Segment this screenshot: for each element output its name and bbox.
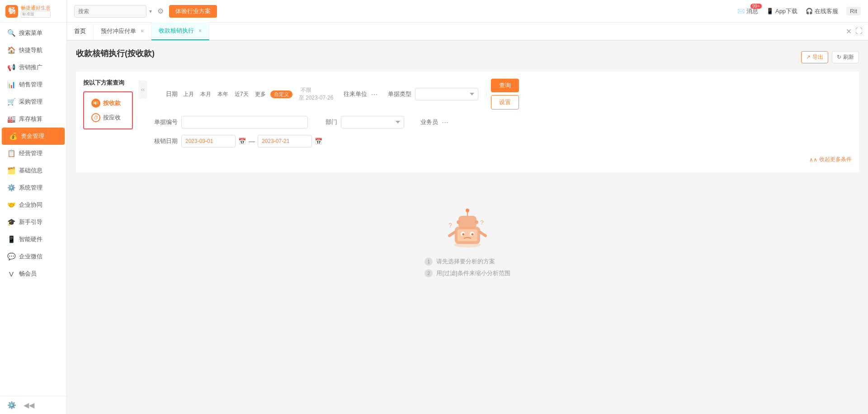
salesperson-input[interactable]: ···	[442, 118, 448, 127]
svg-rect-2	[458, 229, 477, 241]
settings-bottom-icon[interactable]: ⚙️	[7, 401, 16, 409]
writeoff-end-input[interactable]	[258, 135, 312, 148]
sidebar-item-inventory[interactable]: 🏭 库存核算	[0, 110, 66, 128]
filter-option-by-receivable[interactable]: ⏱ 按应收	[88, 110, 128, 125]
date-btn-more[interactable]: 更多	[253, 90, 268, 99]
bill-no-input[interactable]	[181, 116, 308, 128]
dept-select[interactable]	[341, 116, 404, 128]
basic-icon: 🗂️	[7, 167, 15, 175]
settings-button[interactable]: 设置	[491, 95, 519, 109]
sidebar-item-search[interactable]: 🔍 搜索菜单	[0, 24, 66, 42]
purchase-icon: 🛒	[7, 98, 15, 106]
counterparty-input[interactable]: ···	[371, 90, 377, 99]
sidebar-item-cooperation[interactable]: 🤝 企业协同	[0, 196, 66, 214]
sidebar: 畅 畅捷通好生意 标准版 🔍 搜索菜单 🏠 快捷导航 📢 营销推广 📊 销售管理…	[0, 0, 67, 414]
sidebar-item-wechat[interactable]: 💬 企业微信	[0, 248, 66, 265]
member-icon: V	[7, 270, 15, 278]
topbar-user[interactable]: Rit	[846, 7, 861, 15]
svg-point-6	[472, 233, 474, 236]
filter-sidebar-title: 按以下方案查询	[83, 79, 133, 87]
collapse-sidebar-icon[interactable]: ◀◀	[24, 401, 34, 409]
topbar-search-input[interactable]	[74, 5, 146, 18]
inventory-icon: 🏭	[7, 115, 15, 123]
sidebar-item-purchase-label: 采购管理	[19, 98, 42, 106]
sidebar-item-marketing[interactable]: 📢 营销推广	[0, 59, 66, 76]
service-label: 在线客服	[815, 7, 838, 15]
topbar-chevron-icon[interactable]: ▾	[149, 8, 152, 14]
tab-receipts-close[interactable]: ×	[198, 28, 202, 34]
date-btn-this-year[interactable]: 本年	[216, 90, 230, 99]
topbar-app-download[interactable]: 📱 App下载	[766, 7, 797, 15]
writeoff-date-label: 核销日期	[153, 137, 178, 145]
date-btn-custom[interactable]: 自定义	[270, 90, 292, 98]
sidebar-item-hardware[interactable]: 📱 智能硬件	[0, 231, 66, 248]
sidebar-item-member[interactable]: V 畅会员	[0, 265, 66, 282]
bill-type-label: 单据类型	[387, 90, 411, 98]
dept-label: 部门	[317, 118, 337, 126]
date-btn-this-month[interactable]: 本月	[198, 90, 213, 99]
filter-option-receipt-label: 按收款	[103, 99, 121, 107]
bill-no-label: 单据编号	[153, 118, 178, 126]
tip-text-2: 用[过滤]条件来缩小分析范围	[436, 269, 510, 277]
tabbar: 首页 预付冲应付单 × 收款核销执行 × ✕ ⛶	[67, 23, 868, 41]
app-logo-text-group: 畅捷通好生意 标准版	[21, 5, 51, 18]
tab-close-all-icon[interactable]: ✕	[846, 27, 852, 36]
writeoff-start-cal-icon[interactable]: 📅	[238, 138, 246, 145]
filter-collapse-toggle[interactable]: ‹‹	[138, 81, 147, 99]
collapse-more-btn[interactable]: ∧∧ 收起更多条件	[153, 154, 852, 165]
filter-option-receivable-label: 按应收	[103, 114, 121, 122]
topbar-online-service[interactable]: 🎧 在线客服	[806, 7, 838, 15]
tab-home-label: 首页	[74, 27, 86, 35]
sidebar-item-quicknav[interactable]: 🏠 快捷导航	[0, 42, 66, 59]
refresh-button[interactable]: ↻ 刷新	[832, 51, 859, 63]
filter-field-dept: 部门	[317, 116, 404, 128]
tab-home[interactable]: 首页	[67, 22, 94, 40]
industry-solution-button[interactable]: 体验行业方案	[169, 5, 217, 18]
topbar-gear-icon[interactable]: ⚙	[157, 7, 164, 15]
sidebar-item-basic[interactable]: 🗂️ 基础信息	[0, 162, 66, 179]
date-to-value: 至 2023-07-26	[299, 94, 334, 102]
sidebar-item-business[interactable]: 📋 经营管理	[0, 145, 66, 162]
writeoff-start-input[interactable]	[181, 135, 236, 148]
finance-icon: 💰	[9, 132, 17, 140]
sidebar-item-purchase[interactable]: 🛒 采购管理	[0, 93, 66, 110]
date-label: 日期	[153, 90, 178, 98]
system-icon: ⚙️	[7, 184, 15, 192]
filter-field-salesperson: 业务员 ···	[413, 118, 448, 127]
search-menu-icon: 🔍	[7, 29, 15, 37]
tab-prepay[interactable]: 预付冲应付单 ×	[94, 22, 151, 40]
sidebar-item-guide[interactable]: 🎓 新手引导	[0, 214, 66, 231]
tab-receipts[interactable]: 收款核销执行 ×	[151, 22, 209, 40]
bill-type-select[interactable]	[415, 88, 478, 100]
topbar: ▾ ⚙ 体验行业方案 ✉️ 消息 99+ 📱 App下载 🎧 在线客服 Rit	[67, 0, 868, 23]
tip-num-2: 2	[425, 269, 433, 277]
svg-point-11	[475, 220, 478, 224]
filter-row-1: 日期 上月 本月 本年 近7天 更多 自定义 不限 至 2023-07-26	[153, 79, 852, 109]
export-button[interactable]: ↗ 导出	[801, 51, 828, 63]
filter-field-writeoff-date: 核销日期 📅 — 📅	[153, 135, 322, 148]
date-btn-last-month[interactable]: 上月	[181, 90, 196, 99]
tab-expand-icon[interactable]: ⛶	[855, 27, 863, 35]
tab-prepay-close[interactable]: ×	[141, 28, 144, 34]
sidebar-item-basic-label: 基础信息	[19, 167, 42, 175]
date-btn-7days[interactable]: 近7天	[233, 90, 250, 99]
query-button[interactable]: 查询	[491, 79, 519, 92]
sidebar-item-sales[interactable]: 📊 销售管理	[0, 76, 66, 93]
empty-robot-illustration: ? ?	[445, 205, 490, 250]
sidebar-item-inventory-label: 库存核算	[19, 115, 42, 123]
filter-field-bill-no: 单据编号	[153, 116, 308, 128]
date-no-limit: 不限	[301, 86, 334, 94]
date-options: 上月 本月 本年 近7天 更多 自定义	[181, 90, 292, 99]
filter-option-by-receipt[interactable]: 💴 按收款	[88, 96, 128, 110]
collapse-more-label: 收起更多条件	[819, 156, 852, 163]
topbar-message[interactable]: ✉️ 消息 99+	[737, 7, 758, 15]
sidebar-item-finance[interactable]: 💰 资金管理	[2, 128, 65, 145]
home-icon: 🏠	[7, 46, 15, 54]
app-download-label: App下载	[775, 7, 797, 15]
svg-line-13	[480, 232, 486, 236]
writeoff-end-cal-icon[interactable]: 📅	[315, 138, 322, 145]
sidebar-item-system-label: 系统管理	[19, 184, 42, 192]
export-icon: ↗	[806, 54, 811, 60]
sidebar-item-system[interactable]: ⚙️ 系统管理	[0, 179, 66, 196]
cooperation-icon: 🤝	[7, 201, 15, 209]
